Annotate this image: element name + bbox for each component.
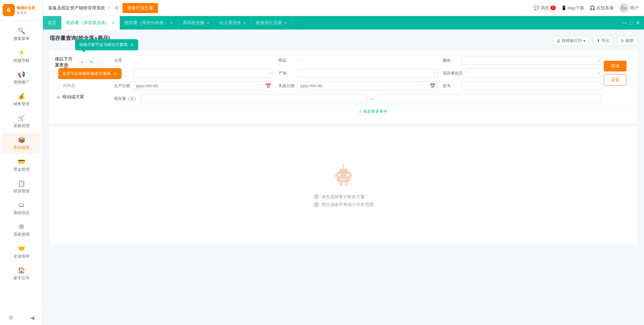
sidebar-item-operations[interactable]: 📋 经营管理 bbox=[2, 176, 41, 198]
edit-scheme-btn[interactable]: ✎ bbox=[88, 58, 95, 66]
tab-receive-close[interactable]: ✕ bbox=[284, 21, 287, 25]
support-btn[interactable]: 🎧 在线客服 bbox=[590, 5, 614, 11]
marketing-nav-icon: 📢 bbox=[18, 71, 25, 78]
field-batch: 批号 bbox=[443, 82, 602, 90]
prod-date-input[interactable] bbox=[133, 82, 273, 90]
svg-rect-8 bbox=[339, 182, 342, 186]
tab-batch[interactable]: 库存批次账 ✕ bbox=[178, 16, 215, 30]
message-icon: 💬 bbox=[534, 5, 539, 10]
sidebar-item-search[interactable]: 🔍 搜索菜单 bbox=[2, 24, 41, 45]
sidebar-item-guide[interactable]: 🏠 新手引导 bbox=[2, 263, 41, 284]
tab-inout-close[interactable]: ✕ bbox=[243, 21, 246, 25]
tab-close-all-btn[interactable]: ✕ bbox=[636, 20, 640, 26]
size-select[interactable] bbox=[133, 69, 273, 77]
warehouse-dots[interactable]: ··· bbox=[133, 57, 139, 63]
reset-btn[interactable]: 设置 bbox=[604, 74, 627, 86]
inventory-status-select[interactable] bbox=[466, 69, 602, 77]
search-nav-icon: 🔍 bbox=[18, 27, 25, 35]
color-select[interactable] bbox=[462, 56, 602, 65]
page-header-actions: 🖨 按模板打印 ▾ ⬆ 导出 ↻ 刷新 bbox=[553, 36, 637, 46]
tab-minimize-btn[interactable]: — bbox=[622, 20, 627, 26]
svg-rect-6 bbox=[335, 173, 337, 177]
filter-actions: + ✎ ← bbox=[78, 58, 104, 66]
system-nav-icon: ⚙ bbox=[19, 223, 24, 230]
sidebar-item-enterprise[interactable]: 🤝 企业协同 bbox=[2, 241, 41, 263]
sidebar-item-marketing[interactable]: 📢 营销推广 bbox=[2, 67, 41, 89]
tab-receive[interactable]: 收发存汇总表 ✕ bbox=[251, 16, 292, 30]
print-dropdown-icon: ▾ bbox=[583, 39, 585, 43]
sidebar-item-inventory[interactable]: 📦 库存核算 bbox=[2, 133, 41, 154]
prod-date-calendar-icon[interactable]: 📅 bbox=[265, 83, 271, 89]
batch-input[interactable] bbox=[462, 82, 602, 90]
field-exp-date: 失效日期 📅 bbox=[278, 82, 437, 90]
sidebar-item-purchase[interactable]: 🛒 采购管理 bbox=[2, 111, 41, 132]
filter-fields-area: 查询 设置 仓库 ··· 商品 ··· bbox=[109, 56, 632, 117]
inventory-range-max[interactable] bbox=[376, 94, 602, 103]
tab-home[interactable]: 首页 bbox=[43, 16, 61, 30]
tooltip-pc-scheme: 电脑方案可设为移动方案哦 ✕ bbox=[75, 39, 138, 50]
sidebar-item-system[interactable]: ⚙ 系统管理 bbox=[2, 220, 41, 241]
add-scheme-btn[interactable]: + bbox=[78, 58, 86, 66]
tooltip-pc-close[interactable]: ✕ bbox=[130, 42, 134, 48]
export-btn[interactable]: ⬆ 导出 bbox=[593, 36, 613, 46]
scheme-item-mobile[interactable]: ▶ 移动端方案 bbox=[55, 93, 104, 101]
footer-collapse-btn[interactable]: ◀ bbox=[30, 315, 34, 321]
search-btn[interactable]: 查询 bbox=[604, 61, 627, 71]
scheme-panel: 按以下方案查询 + ✎ ← 电脑方案可设为移动方案哦 ✕ bbox=[55, 56, 109, 117]
sidebar-item-basic[interactable]: 🗂 基础信息 bbox=[2, 198, 41, 219]
origin-select[interactable] bbox=[297, 69, 437, 77]
exp-date-input[interactable] bbox=[297, 82, 437, 90]
exp-date-calendar-icon[interactable]: 📅 bbox=[430, 83, 435, 89]
tab-inventory-dist[interactable]: 现存量（库存分布表） ✕ bbox=[120, 16, 178, 30]
tab-batch-label: 库存批次账 bbox=[183, 20, 205, 26]
scheme-tree: ▶ 电脑端方案 这里可以创建和修改方案哦 ✕ 按商品 ▶ bbox=[55, 73, 104, 101]
goods-label: 商品 bbox=[278, 58, 294, 63]
tab-inout[interactable]: 出入库流水 ✕ bbox=[215, 16, 251, 30]
sidebar-item-sales[interactable]: 💰 销售管理 bbox=[2, 89, 41, 110]
tip-num-1: 1 bbox=[313, 194, 319, 200]
tab-maximize-btn[interactable]: □ bbox=[630, 20, 633, 26]
size-select-wrapper: ▾ bbox=[133, 69, 273, 77]
goods-dots[interactable]: ··· bbox=[297, 57, 304, 63]
footer-settings-btn[interactable]: ⚙ bbox=[8, 315, 13, 321]
origin-select-wrapper: ▾ bbox=[297, 69, 437, 77]
filter-row-2: 尺码 ▾ 产地 bbox=[114, 69, 602, 77]
refresh-btn[interactable]: ↻ 刷新 bbox=[617, 36, 637, 46]
color-select-wrapper: ▾ bbox=[462, 56, 602, 65]
filter-header: 按以下方案查询 + ✎ ← 电脑方案可设为移动方案哦 ✕ bbox=[55, 56, 104, 68]
app-download-btn[interactable]: 📱 App下载 bbox=[561, 5, 584, 11]
sidebar-nav: 🔍 搜索菜单 ⚡ 快捷导航 📢 营销推广 💰 销售管理 🛒 采购管理 📦 库存核… bbox=[0, 20, 43, 310]
origin-label: 产地 bbox=[278, 70, 294, 76]
tab-inventory-status-close[interactable]: ✕ bbox=[112, 21, 115, 25]
inventory-main-label: 现存量（主） bbox=[114, 96, 138, 102]
field-inventory-status: 现存量状态 ▾ bbox=[443, 69, 602, 77]
home-tab-label: 首页 bbox=[48, 20, 56, 26]
empty-tip-1: 1 请先选择要分析的方案 bbox=[313, 193, 374, 201]
warehouse-label: 仓库 bbox=[114, 58, 130, 63]
logo-icon: 6 bbox=[3, 4, 15, 16]
tab-batch-close[interactable]: ✕ bbox=[207, 21, 210, 25]
enterprise-nav-icon: 🤝 bbox=[18, 245, 25, 252]
collapse-bar[interactable]: ∧ 收起更多条件 bbox=[114, 106, 632, 117]
sidebar-item-quick[interactable]: ⚡ 快捷导航 bbox=[2, 46, 41, 67]
back-scheme-btn[interactable]: ← bbox=[97, 58, 104, 66]
scheme-item-sub[interactable]: 按商品 bbox=[55, 82, 104, 90]
exp-date-label: 失效日期 bbox=[278, 83, 294, 89]
user-btn[interactable]: Ea 用户 bbox=[619, 3, 639, 13]
quick-nav-icon: ⚡ bbox=[18, 49, 25, 56]
industry-btn[interactable]: 体验行业方案 bbox=[122, 3, 158, 13]
message-btn[interactable]: 💬 消息 6 bbox=[534, 5, 556, 11]
sidebar-footer: ⚙ ◀ bbox=[0, 310, 43, 325]
svg-point-3 bbox=[342, 164, 344, 166]
tab-inventory-status[interactable]: 现存量（库存状况表） ✕ bbox=[61, 16, 120, 30]
svg-rect-0 bbox=[337, 171, 350, 182]
settings-gear-icon[interactable]: ⚙ bbox=[114, 5, 118, 11]
batch-label: 批号 bbox=[443, 83, 459, 89]
inventory-nav-icon: 📦 bbox=[18, 136, 25, 144]
sidebar-item-finance[interactable]: 💳 资金管理 bbox=[2, 155, 41, 176]
operations-nav-icon: 📋 bbox=[18, 180, 25, 187]
tooltip-edit-close[interactable]: ✕ bbox=[113, 71, 117, 76]
tab-inventory-dist-close[interactable]: ✕ bbox=[170, 21, 173, 25]
print-btn[interactable]: 🖨 按模板打印 ▾ bbox=[553, 36, 589, 46]
inventory-range-min[interactable] bbox=[141, 94, 367, 103]
